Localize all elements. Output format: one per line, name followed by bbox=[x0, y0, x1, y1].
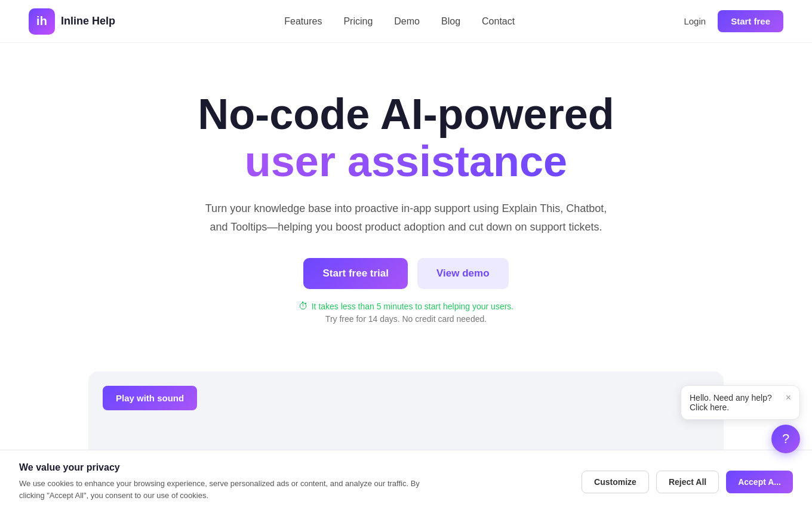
navbar: ih Inline Help Features Pricing Demo Blo… bbox=[0, 0, 812, 43]
logo-icon: ih bbox=[29, 8, 55, 35]
hero-headline: No-code AI-powered user assistance bbox=[29, 91, 783, 185]
nav-demo[interactable]: Demo bbox=[394, 16, 420, 27]
play-with-sound-button[interactable]: Play with sound bbox=[103, 386, 197, 410]
logo-text: Inline Help bbox=[61, 15, 115, 27]
nav-blog[interactable]: Blog bbox=[441, 16, 460, 27]
cookie-title: We value your privacy bbox=[19, 462, 567, 473]
chat-bubble-text: Hello. Need any help? Click here. bbox=[690, 393, 781, 412]
hero-buttons: Start free trial View demo bbox=[29, 258, 783, 289]
nav-links: Features Pricing Demo Blog Contact bbox=[284, 16, 515, 27]
hero-fast-note: ⏱ It takes less than 5 minutes to start … bbox=[29, 301, 783, 312]
start-free-trial-button[interactable]: Start free trial bbox=[303, 258, 408, 289]
hero-section: No-code AI-powered user assistance Turn … bbox=[0, 43, 812, 348]
hero-note: ⏱ It takes less than 5 minutes to start … bbox=[29, 301, 783, 324]
logo-link[interactable]: ih Inline Help bbox=[29, 8, 115, 35]
accept-all-button[interactable]: Accept A... bbox=[726, 471, 793, 493]
nav-right: Login Start free bbox=[684, 10, 783, 32]
nav-start-free-button[interactable]: Start free bbox=[718, 10, 783, 32]
cookie-text: We use cookies to enhance your browsing … bbox=[19, 478, 437, 501]
nav-contact[interactable]: Contact bbox=[482, 16, 515, 27]
customize-button[interactable]: Customize bbox=[582, 471, 649, 493]
cookie-left: We value your privacy We use cookies to … bbox=[19, 462, 567, 501]
nav-features[interactable]: Features bbox=[284, 16, 322, 27]
cookie-buttons: Customize Reject All Accept A... bbox=[582, 471, 793, 493]
nav-pricing[interactable]: Pricing bbox=[343, 16, 373, 27]
chat-icon: ? bbox=[782, 431, 789, 447]
chat-bubble: Hello. Need any help? Click here. × bbox=[681, 385, 800, 420]
cookie-banner: We value your privacy We use cookies to … bbox=[0, 450, 812, 513]
chat-icon-button[interactable]: ? bbox=[771, 425, 800, 453]
chat-close-button[interactable]: × bbox=[786, 393, 791, 403]
clock-icon: ⏱ bbox=[299, 301, 308, 312]
hero-headline-gradient: user assistance bbox=[245, 137, 567, 185]
chat-widget: Hello. Need any help? Click here. × ? bbox=[681, 385, 800, 453]
reject-all-button[interactable]: Reject All bbox=[656, 471, 719, 493]
login-link[interactable]: Login bbox=[684, 16, 706, 26]
hero-subtitle: Turn your knowledge base into proactive … bbox=[203, 199, 609, 236]
hero-sub-note: Try free for 14 days. No credit card nee… bbox=[29, 314, 783, 324]
view-demo-button[interactable]: View demo bbox=[417, 258, 509, 289]
